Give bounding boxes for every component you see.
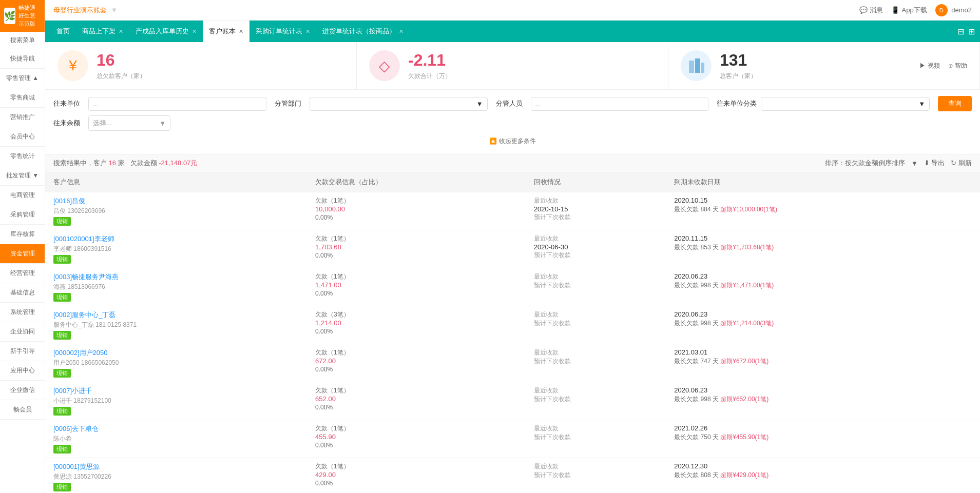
- minimize-btn[interactable]: ⊟: [957, 27, 964, 36]
- filter-input-unit[interactable]: ...: [88, 97, 266, 111]
- sidebar-item-ecommerce[interactable]: 电商管理: [0, 186, 45, 205]
- overdue-days-5: 最长欠款 998 天 超期¥652.00(1笔): [674, 395, 972, 404]
- sidebar-item-chang-member[interactable]: 畅会员: [0, 400, 45, 420]
- cell-due-date-1: 2020.11.15 最长欠款 853 天 超期¥1,703.68(1笔): [666, 230, 980, 268]
- overdue-link-5[interactable]: 超期¥652.00(1笔): [720, 396, 768, 403]
- stat-card-debt-total: ◇ -2.11 欠款合计（万）: [357, 42, 668, 89]
- overdue-link-6[interactable]: 超期¥455.90(1笔): [720, 433, 768, 441]
- th-debt-info: 欠款交易信息（占比）: [307, 172, 526, 192]
- stat-icon-building: [681, 50, 712, 81]
- filter-input-person[interactable]: ...: [531, 97, 709, 111]
- table-row: [0003]畅捷服务尹海燕 海燕 18513066976 现销 欠款（1笔） 1…: [45, 268, 980, 306]
- app-download-btn[interactable]: 📱App下载: [891, 6, 927, 15]
- customer-name-7[interactable]: [000001]黄思源: [53, 463, 100, 470]
- filter-collapse-btn[interactable]: 🔼 收起更多条件: [53, 135, 972, 148]
- sidebar-item-retail-stats[interactable]: 零售统计: [0, 147, 45, 166]
- recovery-latest-label-5: 最近收款: [534, 386, 658, 395]
- tab-produce-history[interactable]: 产成品入库单历史 ✕: [129, 21, 203, 42]
- tab-home[interactable]: 首页: [50, 21, 76, 42]
- tab-product-off[interactable]: 商品上下架 ✕: [76, 21, 129, 42]
- sidebar-item-retail-mall[interactable]: 零售商城: [0, 88, 45, 108]
- sidebar-item-operations-mgmt[interactable]: 经营管理: [0, 264, 45, 283]
- sidebar-item-app-center[interactable]: 应用中心: [0, 361, 45, 381]
- customer-name-3[interactable]: [0002]服务中心_丁磊: [53, 311, 116, 319]
- customer-name-1[interactable]: [0001020001]李老师: [53, 235, 114, 243]
- debt-percent-4: 0.00%: [315, 366, 517, 373]
- overdue-link-2[interactable]: 超期¥1,471.00(1笔): [720, 282, 774, 289]
- customer-name-6[interactable]: [0006]去下粮仓: [53, 425, 99, 432]
- sidebar-item-member-center[interactable]: 会员中心: [0, 127, 45, 147]
- export-btn[interactable]: ⬇ 导出: [924, 159, 945, 168]
- cell-due-date-5: 2020.06.23 最长欠款 998 天 超期¥652.00(1笔): [666, 382, 980, 420]
- tab-close-product-off[interactable]: ✕: [119, 28, 123, 35]
- sidebar-item-enterprise-wx[interactable]: 企业微信: [0, 381, 45, 400]
- view-video-btn[interactable]: ▶ 视频: [919, 62, 939, 70]
- sort-label[interactable]: 排序：按欠款金额倒序排序: [825, 159, 905, 168]
- refresh-btn[interactable]: ↻ 刷新: [951, 159, 972, 168]
- overdue-link-3[interactable]: 超期¥1,214.00(3笔): [720, 320, 774, 327]
- customer-name-5[interactable]: [0007]小进千: [53, 387, 92, 395]
- filter-item-unit: 往来单位 ...: [53, 97, 266, 111]
- maximize-btn[interactable]: ⊞: [968, 27, 975, 36]
- debt-amount-1[interactable]: 1,703.68: [315, 243, 517, 251]
- due-date-2: 2020.06.23: [674, 272, 972, 280]
- debt-percent-0: 0.00%: [315, 214, 517, 221]
- sidebar-item-system-mgmt[interactable]: 系统管理: [0, 303, 45, 322]
- sidebar-item-basic-info[interactable]: 基础信息: [0, 283, 45, 303]
- due-date-7: 2020.12.30: [674, 462, 972, 470]
- filter-input-category[interactable]: ▼: [761, 97, 930, 111]
- customer-sub-7: 黄思源 13552700226: [53, 472, 299, 481]
- debt-amount-7[interactable]: 429.00: [315, 471, 517, 479]
- tab-customer-account[interactable]: 客户账本 ✕: [203, 21, 249, 42]
- search-button[interactable]: 查询: [938, 96, 972, 111]
- sidebar-item-quick-nav[interactable]: 快捷导航: [0, 49, 45, 69]
- tab-purchase-stat[interactable]: 进货单统计表（按商品） ✕: [316, 21, 410, 42]
- recovery-next-label-7: 预计下次收款: [534, 471, 658, 480]
- filter-input-balance[interactable]: 选择... ▼: [88, 115, 170, 131]
- debt-amount-3[interactable]: 1,214.00: [315, 319, 517, 327]
- overdue-days-7: 最长欠款 808 天 超期¥429.00(1笔): [674, 471, 972, 480]
- sidebar-item-purchase-mgmt[interactable]: 采购管理: [0, 205, 45, 225]
- debt-amount-6[interactable]: 455.90: [315, 433, 517, 441]
- customer-name-4[interactable]: [000002]用户2050: [53, 349, 108, 357]
- sidebar-item-marketing[interactable]: 营销推广: [0, 108, 45, 127]
- tab-close-produce-history[interactable]: ✕: [192, 28, 197, 35]
- overdue-link-7[interactable]: 超期¥429.00(1笔): [720, 471, 768, 479]
- debt-amount-5[interactable]: 652.00: [315, 395, 517, 403]
- filter-input-dept[interactable]: ▼: [310, 97, 488, 111]
- sidebar-item-enterprise-coop[interactable]: 企业协同: [0, 322, 45, 342]
- tab-close-customer-account[interactable]: ✕: [239, 28, 243, 35]
- search-menu[interactable]: 搜索菜单: [0, 32, 45, 49]
- svg-rect-0: [689, 61, 694, 73]
- help-btn[interactable]: ⊙ 帮助: [948, 62, 967, 70]
- tab-purchase-order[interactable]: 采购订单统计表 ✕: [249, 21, 316, 42]
- customer-name-2[interactable]: [0003]畅捷服务尹海燕: [53, 273, 119, 281]
- tab-close-purchase-order[interactable]: ✕: [305, 28, 310, 35]
- sidebar-item-stock-check[interactable]: 库存核算: [0, 225, 45, 244]
- overdue-link-0[interactable]: 超期¥10,000.00(1笔): [720, 206, 777, 213]
- customer-name-0[interactable]: [0016]吕俊: [53, 197, 85, 205]
- customer-tag-0: 现销: [53, 217, 71, 226]
- debt-amount-2[interactable]: 1,471.00: [315, 281, 517, 289]
- sidebar-item-new-guide[interactable]: 新手引导: [0, 342, 45, 361]
- user-avatar[interactable]: D demo2: [935, 4, 972, 16]
- stat-value-debt-total: -2.11: [408, 51, 451, 70]
- main-area: 母婴行业演示账套 ▼ 💬消息 📱App下载 D demo2 首页: [45, 0, 980, 493]
- debt-amount-0[interactable]: 10,000.00: [315, 205, 517, 213]
- tab-close-purchase-stat[interactable]: ✕: [399, 28, 403, 35]
- overdue-link-4[interactable]: 超期¥672.00(1笔): [720, 358, 768, 365]
- stat-label-total-customers: 总客户（家）: [720, 72, 757, 81]
- message-btn[interactable]: 💬消息: [859, 6, 883, 15]
- sidebar-item-capital-mgmt[interactable]: 资金管理: [0, 244, 45, 264]
- filter-item-person: 分管人员 ...: [496, 97, 709, 111]
- overdue-link-1[interactable]: 超期¥1,703.68(1笔): [720, 244, 774, 251]
- stat-value-total-customers: 131: [720, 51, 757, 70]
- sidebar-item-batch-mgmt[interactable]: 批发管理 ▼: [0, 166, 45, 186]
- table-row: [0006]去下粮仓 陈小希 现销 欠款（1笔） 455.90 0.00% 最近…: [45, 420, 980, 458]
- debt-amount-4[interactable]: 672.00: [315, 357, 517, 365]
- sidebar-item-retail-mgmt[interactable]: 零售管理 ▲: [0, 69, 45, 88]
- filter-label-category: 往来单位分类: [717, 99, 757, 108]
- debt-percent-5: 0.00%: [315, 404, 517, 411]
- customer-sub-0: 吕俊 13026203696: [53, 207, 299, 215]
- tab-bar: 首页 商品上下架 ✕ 产成品入库单历史 ✕ 客户账本 ✕ 采购订单统计表 ✕ 进…: [45, 21, 980, 42]
